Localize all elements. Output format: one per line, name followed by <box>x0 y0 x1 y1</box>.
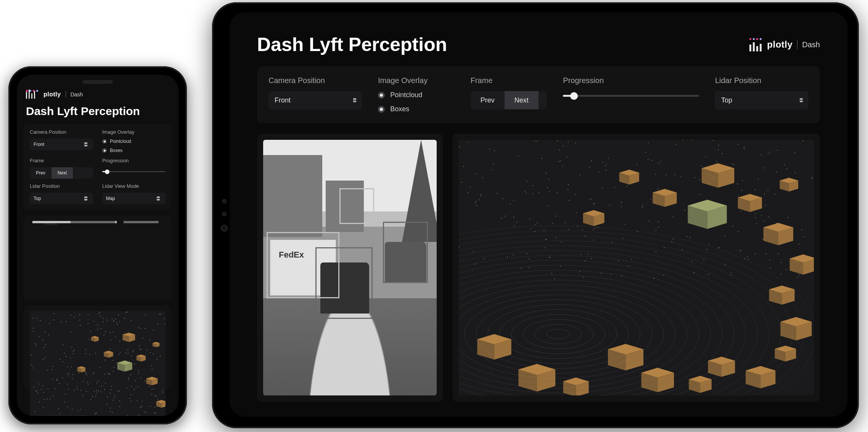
svg-point-123 <box>104 389 105 390</box>
svg-point-355 <box>459 265 722 395</box>
lidar-cube <box>123 333 135 342</box>
frame-next-button[interactable]: Next <box>505 91 538 109</box>
svg-point-47 <box>90 331 91 332</box>
svg-point-220 <box>117 324 118 325</box>
svg-point-182 <box>150 352 151 353</box>
svg-point-35 <box>72 378 72 379</box>
svg-point-542 <box>470 187 471 187</box>
frame-button-group: Prev Next <box>30 167 93 179</box>
brand-name: plotly <box>767 39 792 50</box>
phone-speaker-slot <box>82 80 113 84</box>
svg-point-103 <box>107 397 108 397</box>
svg-point-616 <box>535 231 535 232</box>
overlay-pointcloud-label: Pointcloud <box>110 139 131 144</box>
overlay-option-pointcloud[interactable]: Pointcloud <box>378 91 455 99</box>
svg-point-398 <box>595 228 596 229</box>
svg-point-115 <box>156 359 157 360</box>
svg-point-265 <box>70 357 71 358</box>
svg-point-607 <box>786 168 787 169</box>
svg-point-384 <box>683 140 683 140</box>
camera-view[interactable]: FedEx <box>263 140 437 395</box>
svg-point-458 <box>608 158 609 159</box>
lidar-view-mode-select[interactable]: Map <box>102 193 166 204</box>
lidar-position-value: Top <box>721 96 732 104</box>
radio-icon <box>378 92 385 99</box>
svg-point-441 <box>463 166 464 167</box>
svg-point-452 <box>663 275 664 275</box>
svg-point-125 <box>110 411 111 412</box>
svg-point-561 <box>544 230 545 230</box>
lidar-position-select[interactable]: Top <box>715 91 809 109</box>
svg-point-33 <box>128 378 129 378</box>
svg-point-209 <box>133 350 133 350</box>
svg-point-376 <box>802 141 803 141</box>
svg-point-198 <box>100 316 101 317</box>
svg-point-60 <box>35 343 36 344</box>
lidar-view[interactable] <box>30 311 166 416</box>
svg-point-611 <box>755 213 756 214</box>
svg-point-51 <box>120 352 121 353</box>
svg-point-388 <box>719 145 719 146</box>
svg-point-456 <box>758 179 759 179</box>
svg-point-445 <box>525 191 526 192</box>
svg-point-386 <box>567 157 567 157</box>
overlay-option-pointcloud[interactable]: Pointcloud <box>102 139 166 144</box>
tablet-device-frame: Dash Lyft Perception plotly Dash Camera … <box>212 2 859 428</box>
svg-point-584 <box>704 259 704 260</box>
camera-position-select[interactable]: Front <box>268 91 362 109</box>
svg-point-241 <box>35 411 35 412</box>
svg-point-497 <box>482 178 483 178</box>
svg-point-216 <box>127 350 128 350</box>
lidar-cube <box>738 194 762 212</box>
lidar-cube <box>780 317 812 340</box>
svg-point-227 <box>47 399 47 400</box>
svg-point-82 <box>31 355 32 355</box>
slider-thumb[interactable] <box>570 92 578 100</box>
svg-point-254 <box>85 353 86 354</box>
svg-point-484 <box>812 178 813 179</box>
svg-point-48 <box>79 314 80 315</box>
svg-point-449 <box>534 141 535 142</box>
svg-point-397 <box>744 146 744 147</box>
svg-point-163 <box>48 389 48 389</box>
frame-prev-button[interactable]: Prev <box>30 167 51 179</box>
svg-point-411 <box>770 152 771 152</box>
svg-point-370 <box>557 141 558 141</box>
svg-point-81 <box>119 390 120 391</box>
svg-point-428 <box>594 203 595 204</box>
lidar-cube <box>137 355 146 362</box>
svg-point-385 <box>709 244 709 245</box>
svg-point-196 <box>131 401 132 402</box>
svg-point-514 <box>646 152 646 153</box>
lidar-cube <box>563 378 589 395</box>
progression-slider[interactable] <box>563 95 699 97</box>
lidar-cube <box>156 400 166 408</box>
svg-point-200 <box>143 338 143 339</box>
svg-point-465 <box>742 190 743 191</box>
svg-point-233 <box>98 390 99 391</box>
tablet-camera-panel: FedEx <box>257 134 443 402</box>
page-title: Dash Lyft Perception <box>24 105 172 118</box>
frame-next-button[interactable]: Next <box>51 167 73 179</box>
lidar-cube <box>688 200 727 229</box>
lidar-cube <box>518 364 555 392</box>
overlay-option-boxes[interactable]: Boxes <box>102 148 166 153</box>
svg-point-117 <box>40 320 41 321</box>
overlay-option-boxes[interactable]: Boxes <box>378 105 455 113</box>
svg-point-268 <box>115 337 116 338</box>
progression-slider[interactable] <box>102 171 166 172</box>
lidar-position-select[interactable]: Top <box>30 193 93 204</box>
svg-point-564 <box>530 229 531 229</box>
lidar-cube <box>608 344 643 371</box>
svg-point-577 <box>513 200 514 201</box>
svg-point-205 <box>67 366 68 367</box>
svg-point-173 <box>72 409 72 410</box>
slider-thumb[interactable] <box>105 170 109 174</box>
frame-prev-button[interactable]: Prev <box>471 91 505 109</box>
svg-point-591 <box>691 140 692 140</box>
svg-point-139 <box>98 381 98 381</box>
lidar-view[interactable] <box>459 140 814 395</box>
svg-point-192 <box>93 321 94 322</box>
camera-position-select[interactable]: Front <box>30 139 93 150</box>
svg-point-478 <box>551 273 552 274</box>
